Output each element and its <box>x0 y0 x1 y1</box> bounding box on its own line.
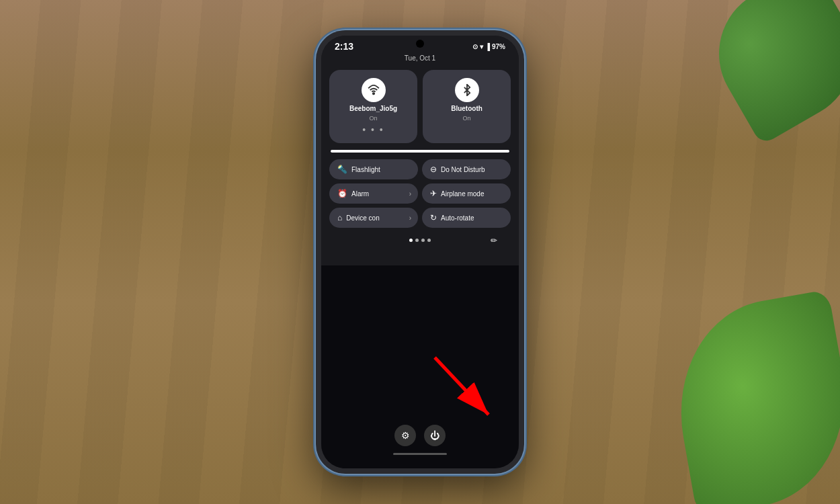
autorotate-icon: ↻ <box>430 213 437 222</box>
svg-point-0 <box>372 93 374 94</box>
bluetooth-tile[interactable]: Bluetooth On <box>423 70 511 143</box>
dnd-label: Do Not Disturb <box>441 166 485 173</box>
settings-button[interactable]: ⚙ <box>394 425 416 446</box>
bluetooth-tile-label: Bluetooth <box>451 105 482 112</box>
brightness-track[interactable] <box>331 150 509 153</box>
page-indicators <box>409 236 431 245</box>
phone-screen: 2:13 ⊙ ▾ ▐ 97% Tue, Oct 1 <box>321 36 519 468</box>
autorotate-button[interactable]: ↻ Auto-rotate <box>422 208 511 228</box>
bottom-icons-row: ⚙ ⏻ <box>394 425 446 446</box>
page-dot-1 <box>409 239 413 242</box>
flashlight-icon: 🔦 <box>337 165 347 174</box>
status-icons: ⊙ ▾ ▐ 97% <box>472 43 505 50</box>
airplane-label: Airplane mode <box>441 190 484 198</box>
dnd-icon: ⊖ <box>430 165 437 174</box>
battery-text: 97% <box>492 43 505 50</box>
page-dot-2 <box>415 239 419 242</box>
alarm-button[interactable]: ⏰ Alarm › <box>329 183 418 204</box>
edit-icon[interactable]: ✏ <box>491 236 497 245</box>
red-arrow <box>428 351 509 431</box>
phone-device: 2:13 ⊙ ▾ ▐ 97% Tue, Oct 1 <box>316 30 524 474</box>
quick-settings-panel: Beebom_Jio5g On • • • Bluetooth On <box>321 65 519 265</box>
autorotate-label: Auto-rotate <box>441 214 474 222</box>
wifi-tile[interactable]: Beebom_Jio5g On • • • <box>329 70 417 143</box>
status-bar: 2:13 ⊙ ▾ ▐ 97% <box>321 36 519 54</box>
wifi-tile-sublabel: On <box>369 115 377 122</box>
airplane-icon: ✈ <box>430 189 437 198</box>
device-controls-button[interactable]: ⌂ Device con › <box>329 208 418 228</box>
brightness-row <box>329 150 511 153</box>
toggle-row-1: 🔦 Flashlight ⊖ Do Not Disturb <box>329 159 511 179</box>
home-bar[interactable] <box>393 453 447 455</box>
bottom-area: ⚙ ⏻ <box>321 265 519 469</box>
settings-icon: ⚙ <box>401 430 410 441</box>
alarm-chevron: › <box>409 190 411 198</box>
device-icon: ⌂ <box>337 213 342 222</box>
power-icon: ⏻ <box>430 430 439 441</box>
device-label: Device con <box>346 214 379 222</box>
flashlight-button[interactable]: 🔦 Flashlight <box>329 159 418 179</box>
status-time: 2:13 <box>335 41 353 52</box>
page-dot-3 <box>421 239 425 242</box>
toggle-row-2: ⏰ Alarm › ✈ Airplane mode <box>329 183 511 204</box>
power-button[interactable]: ⏻ <box>424 425 446 446</box>
bluetooth-tile-sublabel: On <box>462 115 470 122</box>
alarm-icon: ⏰ <box>337 189 347 198</box>
wifi-tile-dots: • • • <box>362 124 384 135</box>
flashlight-label: Flashlight <box>351 166 380 173</box>
device-chevron: › <box>409 214 411 222</box>
airplane-button[interactable]: ✈ Airplane mode <box>422 183 511 204</box>
svg-line-2 <box>435 358 489 415</box>
dnd-button[interactable]: ⊖ Do Not Disturb <box>422 159 511 179</box>
wifi-icon-circle <box>362 78 386 102</box>
page-dot-4 <box>427 239 431 242</box>
wifi-icon: ▾ <box>480 43 483 50</box>
location-icon: ⊙ <box>472 43 478 50</box>
page-indicator-row: ✏ <box>329 235 511 246</box>
alarm-label: Alarm <box>351 190 369 198</box>
toggle-grid: 🔦 Flashlight ⊖ Do Not Disturb ⏰ Alarm › <box>329 159 511 228</box>
signal-icon: ▐ <box>485 43 490 50</box>
large-tiles-row: Beebom_Jio5g On • • • Bluetooth On <box>329 70 511 143</box>
status-date: Tue, Oct 1 <box>321 54 519 65</box>
bluetooth-icon-circle <box>455 78 479 102</box>
toggle-row-3: ⌂ Device con › ↻ Auto-rotate <box>329 208 511 228</box>
wifi-tile-label: Beebom_Jio5g <box>349 105 397 112</box>
camera-notch <box>416 40 424 48</box>
